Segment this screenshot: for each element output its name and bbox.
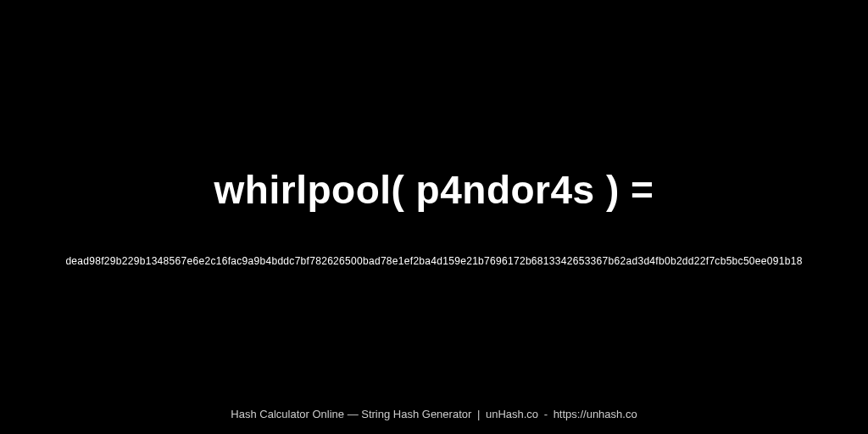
hash-output-value: dead98f29b229b1348567e6e2c16fac9a9b4bddc… [65, 255, 802, 267]
footer: Hash Calculator Online — String Hash Gen… [0, 399, 868, 429]
footer-separator: | [474, 408, 483, 420]
footer-url-link[interactable]: https://unhash.co [554, 408, 637, 420]
footer-description: Hash Calculator Online — String Hash Gen… [231, 408, 471, 420]
hash-expression-title: whirlpool( p4ndor4s ) = [214, 167, 654, 213]
main-content: whirlpool( p4ndor4s ) = dead98f29b229b13… [0, 0, 868, 434]
footer-site-link[interactable]: unHash.co [486, 408, 538, 420]
footer-separator-dash: - [541, 408, 551, 420]
